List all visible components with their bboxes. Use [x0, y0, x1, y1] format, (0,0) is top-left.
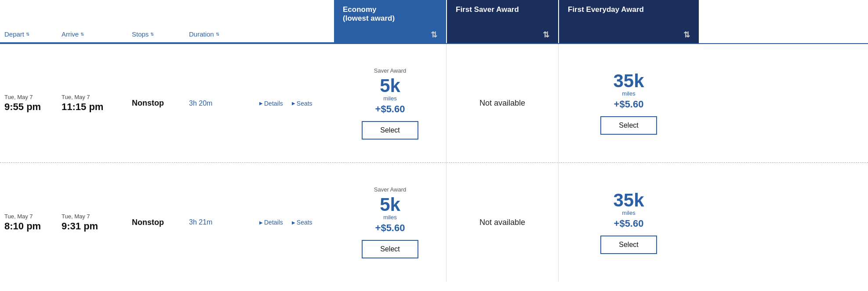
flight-results-table: Depart ⇅ Arrive ⇅ Stops ⇅ Duration ⇅ Eco… [0, 0, 868, 291]
depart-sort-icon: ⇅ [26, 32, 29, 37]
economy-miles-text-1: miles [383, 95, 396, 102]
seats-link-1[interactable]: ▶ Seats [292, 100, 312, 107]
seats-tri-icon-1: ▶ [292, 101, 295, 106]
seats-label-1: Seats [297, 100, 312, 107]
header-depart[interactable]: Depart ⇅ [0, 30, 57, 38]
duration-label: Duration [189, 30, 214, 38]
flight-duration-1: 3h 20m [185, 99, 255, 107]
depart-date-1: Tue, May 7 [4, 94, 53, 100]
first-saver-cell-1: Not available [446, 44, 558, 162]
flight-row: Tue, May 7 9:55 pm Tue, May 7 11:15 pm N… [0, 44, 868, 163]
header-first-saver-award: First Saver Award ⇅ [446, 0, 558, 43]
economy-saver-label-2: Saver Award [374, 186, 406, 193]
details-tri-icon-2: ▶ [259, 220, 263, 225]
economy-select-button-1[interactable]: Select [362, 121, 418, 140]
first-everyday-miles-text-2: miles [622, 210, 635, 216]
flight-duration-2: 3h 21m [185, 218, 255, 226]
arrive-date-2: Tue, May 7 [62, 213, 123, 220]
economy-fee-2: +$5.60 [375, 222, 405, 234]
table-header: Depart ⇅ Arrive ⇅ Stops ⇅ Duration ⇅ Eco… [0, 0, 868, 44]
arrive-label: Arrive [62, 30, 79, 38]
header-left-cols: Depart ⇅ Arrive ⇅ Stops ⇅ Duration ⇅ [0, 0, 334, 43]
first-everyday-line1: First Everyday Award [568, 5, 644, 14]
arrive-time-2: 9:31 pm [62, 221, 123, 232]
details-label-2: Details [264, 219, 283, 226]
header-arrive[interactable]: Arrive ⇅ [57, 30, 127, 38]
first-saver-not-available-1: Not available [479, 99, 525, 108]
depart-label: Depart [4, 30, 24, 38]
economy-miles-1: 5k [380, 77, 400, 95]
stops-value-2: Nonstop [132, 218, 164, 227]
flight-arrive-2: Tue, May 7 9:31 pm [57, 213, 127, 232]
flight-stops-1: Nonstop [127, 99, 185, 108]
first-saver-cell-2: Not available [446, 163, 558, 282]
first-everyday-fee-1: +$5.60 [614, 99, 644, 110]
first-everyday-miles-1: 35k [613, 72, 644, 90]
first-everyday-cell-2: 35k miles +$5.60 Select [558, 163, 699, 282]
economy-fee-1: +$5.60 [375, 103, 405, 115]
details-link-1[interactable]: ▶ Details [259, 100, 283, 107]
first-saver-not-available-2: Not available [479, 218, 525, 227]
duration-value-2: 3h 21m [189, 218, 212, 226]
economy-award-line1: Economy [343, 5, 395, 14]
first-everyday-sort-arrows[interactable]: ⇅ [683, 30, 690, 43]
economy-cell-1: Saver Award 5k miles +$5.60 Select [334, 44, 446, 162]
economy-cell-2: Saver Award 5k miles +$5.60 Select [334, 163, 446, 282]
seats-label-2: Seats [297, 219, 312, 226]
duration-value-1: 3h 20m [189, 99, 212, 107]
details-tri-icon-1: ▶ [259, 101, 263, 106]
flight-links-1: ▶ Details ▶ Seats [255, 100, 334, 107]
first-everyday-miles-2: 35k [613, 191, 644, 210]
header-economy-award: Economy (lowest award) ⇅ [334, 0, 446, 43]
economy-miles-2: 5k [380, 195, 400, 214]
flight-depart-2: Tue, May 7 8:10 pm [0, 213, 57, 232]
flight-stops-2: Nonstop [127, 218, 185, 227]
details-link-2[interactable]: ▶ Details [259, 219, 283, 226]
seats-tri-icon-2: ▶ [292, 220, 295, 225]
first-everyday-select-button-1[interactable]: Select [600, 116, 657, 135]
economy-award-line2: (lowest award) [343, 14, 395, 23]
stops-value-1: Nonstop [132, 99, 164, 107]
depart-time-2: 8:10 pm [4, 221, 53, 232]
depart-date-2: Tue, May 7 [4, 213, 53, 220]
flight-left-1: Tue, May 7 9:55 pm Tue, May 7 11:15 pm N… [0, 44, 334, 162]
economy-sort-arrows[interactable]: ⇅ [431, 30, 437, 43]
flight-left-2: Tue, May 7 8:10 pm Tue, May 7 9:31 pm No… [0, 163, 334, 282]
arrive-sort-icon: ⇅ [80, 32, 84, 37]
economy-saver-label-1: Saver Award [374, 67, 406, 74]
flight-depart-1: Tue, May 7 9:55 pm [0, 94, 57, 113]
header-duration[interactable]: Duration ⇅ [185, 30, 255, 38]
first-saver-line1: First Saver Award [456, 5, 519, 14]
stops-sort-icon: ⇅ [150, 32, 154, 37]
first-everyday-select-button-2[interactable]: Select [600, 236, 657, 254]
duration-sort-icon: ⇅ [216, 32, 219, 37]
flight-links-2: ▶ Details ▶ Seats [255, 219, 334, 226]
details-label-1: Details [264, 100, 283, 107]
arrive-time-1: 11:15 pm [62, 101, 123, 113]
stops-label: Stops [132, 30, 149, 38]
economy-miles-text-2: miles [383, 214, 396, 221]
header-stops[interactable]: Stops ⇅ [127, 30, 185, 38]
flight-row-2: Tue, May 7 8:10 pm Tue, May 7 9:31 pm No… [0, 163, 868, 282]
first-everyday-cell-1: 35k miles +$5.60 Select [558, 44, 699, 162]
economy-select-button-2[interactable]: Select [362, 240, 418, 258]
arrive-date-1: Tue, May 7 [62, 94, 123, 100]
first-everyday-fee-2: +$5.60 [614, 218, 644, 229]
depart-time-1: 9:55 pm [4, 101, 53, 113]
first-saver-sort-arrows[interactable]: ⇅ [543, 30, 549, 43]
header-first-everyday-award: First Everyday Award ⇅ [558, 0, 699, 43]
seats-link-2[interactable]: ▶ Seats [292, 219, 312, 226]
first-everyday-miles-text-1: miles [622, 90, 635, 97]
flight-arrive-1: Tue, May 7 11:15 pm [57, 94, 127, 113]
